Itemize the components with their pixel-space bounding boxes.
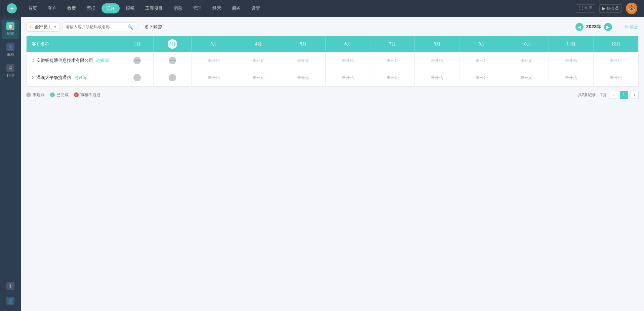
month-dot-icon: — (133, 74, 141, 81)
search-input[interactable] (66, 25, 126, 29)
nav-service[interactable]: 服务 (227, 3, 245, 13)
customer-cell: 2漠澳太平畅捷通信进账簿 (27, 69, 121, 86)
rejected-dot: ✕ (74, 92, 79, 97)
table-scroll[interactable]: 客户名称 1月 2月 3月 4月 5月 6月 7月 8月 9月 (27, 36, 638, 86)
month-cell-12: 未开始 (593, 69, 638, 86)
member-button[interactable]: ▶ 畅会员 (599, 4, 622, 13)
refresh-button[interactable]: ↻ 刷新 (625, 24, 639, 30)
fullscreen-button[interactable]: ⛶ 全屏 (576, 4, 595, 13)
col-customer: 客户名称 (27, 36, 121, 52)
nav-home[interactable]: 首页 (24, 3, 42, 13)
month-cell-5: 未开始 (281, 69, 325, 86)
month-cell-9: 未开始 (459, 69, 504, 86)
left-sidebar: 📋 记账 👤 审核 🖨 打印 ⬇ 👤 (0, 17, 21, 311)
search-button[interactable]: 🔍 (127, 24, 133, 30)
data-table-container: 客户名称 1月 2月 3月 4月 5月 6月 7月 8月 9月 (26, 36, 639, 87)
status-rejected: ✕ 审核不通过 (74, 92, 100, 98)
month-cell-11: 未开始 (549, 52, 594, 69)
sidebar-item-accounting[interactable]: 📋 记账 (2, 20, 19, 39)
not-started-text: 未开始 (208, 58, 220, 63)
nav-manage[interactable]: 管理 (188, 3, 206, 13)
top-navigation: ✦ 首页 客户 收费 票据 记账 报税 工商项目 消息 管理 经营 服务 设置 … (0, 0, 644, 17)
row-number: 2 (32, 75, 34, 80)
page-1-button[interactable]: 1 (620, 91, 628, 99)
month-cell-3: 未开始 (192, 52, 236, 69)
sidebar-item-audit[interactable]: 👤 审核 (2, 40, 19, 60)
nav-billing[interactable]: 收费 (63, 3, 81, 13)
not-started-text: 未开始 (565, 75, 577, 80)
tag-icon: 🏷 (29, 25, 33, 29)
table-row: 1安徽畅捷通信息技术有限公司进账簿——未开始未开始未开始未开始未开始未开始未开始… (27, 52, 638, 69)
employee-select[interactable]: 🏷 全部员工 ▼ (26, 22, 60, 32)
header-row: 客户名称 1月 2月 3月 4月 5月 6月 7月 8月 9月 (27, 36, 638, 52)
app-logo: ✦ (3, 3, 20, 13)
nav-messages[interactable]: 消息 (169, 3, 187, 13)
play-icon: ▶ (602, 6, 605, 11)
download-icon: ⬇ (6, 282, 14, 290)
employee-select-label: 全部员工 (35, 24, 52, 30)
not-created-label: 未建账 (33, 92, 45, 98)
refresh-label: 刷新 (630, 24, 639, 30)
prev-year-button[interactable]: ◀ (575, 23, 583, 31)
not-started-text: 未开始 (520, 58, 532, 63)
month-cell-10: 未开始 (504, 52, 549, 69)
customer-cell: 1安徽畅捷通信息技术有限公司进账簿 (27, 52, 121, 69)
month-cell-8: 未开始 (415, 52, 459, 69)
next-year-button[interactable]: ▶ (604, 23, 612, 31)
fullscreen-label: 全屏 (584, 6, 592, 11)
nav-accounting[interactable]: 记账 (102, 3, 120, 13)
nav-right: ⛶ 全屏 ▶ 畅会员 🐯 (576, 3, 637, 14)
col-m10: 10月 (504, 36, 549, 52)
nav-operation[interactable]: 经营 (208, 3, 226, 13)
user-avatar[interactable]: 🐯 (626, 3, 637, 14)
col-m4: 4月 (236, 36, 281, 52)
month-dot-icon: — (169, 57, 176, 64)
sidebar-label-audit: 审核 (7, 52, 14, 57)
nav-customer[interactable]: 客户 (43, 3, 61, 13)
month-cell-1: — (121, 69, 154, 86)
prev-page-button[interactable]: ‹ (609, 91, 617, 99)
nav-business[interactable]: 工商项目 (140, 3, 167, 13)
sidebar-item-user[interactable]: 👤 (2, 294, 19, 308)
month-cell-10: 未开始 (504, 69, 549, 86)
nav-settings[interactable]: 设置 (247, 3, 265, 13)
app-layout: 📋 记账 👤 审核 🖨 打印 ⬇ 👤 🏷 全部员工 ▼ (0, 17, 644, 311)
col-m8: 8月 (415, 36, 459, 52)
enter-ledger-link[interactable]: 进账簿 (74, 75, 87, 80)
sidebar-item-download[interactable]: ⬇ (2, 279, 19, 293)
next-page-button[interactable]: › (631, 91, 639, 99)
not-started-text: 未开始 (431, 58, 443, 63)
my-accounts-label: 名下账套 (145, 24, 162, 30)
sidebar-bottom: ⬇ 👤 (2, 279, 19, 308)
col-m3: 3月 (192, 36, 236, 52)
nav-invoices[interactable]: 票据 (82, 3, 100, 13)
col-m7: 7月 (370, 36, 415, 52)
not-started-text: 未开始 (610, 75, 622, 80)
col-m11: 11月 (549, 36, 594, 52)
not-started-text: 未开始 (476, 75, 488, 80)
col-m5: 5月 (281, 36, 325, 52)
nav-menu: 首页 客户 收费 票据 记账 报税 工商项目 消息 管理 经营 服务 设置 (24, 3, 576, 13)
not-started-text: 未开始 (610, 58, 622, 63)
audit-icon: 👤 (6, 43, 14, 51)
not-started-text: 未开始 (252, 75, 265, 80)
sidebar-label-accounting: 记账 (7, 31, 14, 36)
member-label: 畅会员 (607, 6, 619, 11)
month-dot-icon: — (133, 57, 141, 64)
not-started-text: 未开始 (252, 58, 265, 63)
month-cell-6: 未开始 (325, 69, 370, 86)
month-cell-8: 未开始 (415, 69, 459, 86)
not-started-text: 未开始 (297, 58, 309, 63)
sidebar-item-print[interactable]: 🖨 打印 (2, 61, 19, 81)
col-m6: 6月 (325, 36, 370, 52)
month-cell-7: 未开始 (370, 69, 415, 86)
not-started-text: 未开始 (431, 75, 443, 80)
month-cell-11: 未开始 (549, 69, 594, 86)
enter-ledger-link[interactable]: 进账簿 (96, 58, 109, 63)
pagination: 共2条记录，1页 ‹ 1 › (578, 91, 639, 99)
not-started-text: 未开始 (297, 75, 309, 80)
search-input-wrap: 🔍 (63, 23, 136, 31)
nav-tax[interactable]: 报税 (121, 3, 139, 13)
my-accounts-checkbox[interactable] (139, 25, 143, 29)
not-started-text: 未开始 (476, 58, 488, 63)
